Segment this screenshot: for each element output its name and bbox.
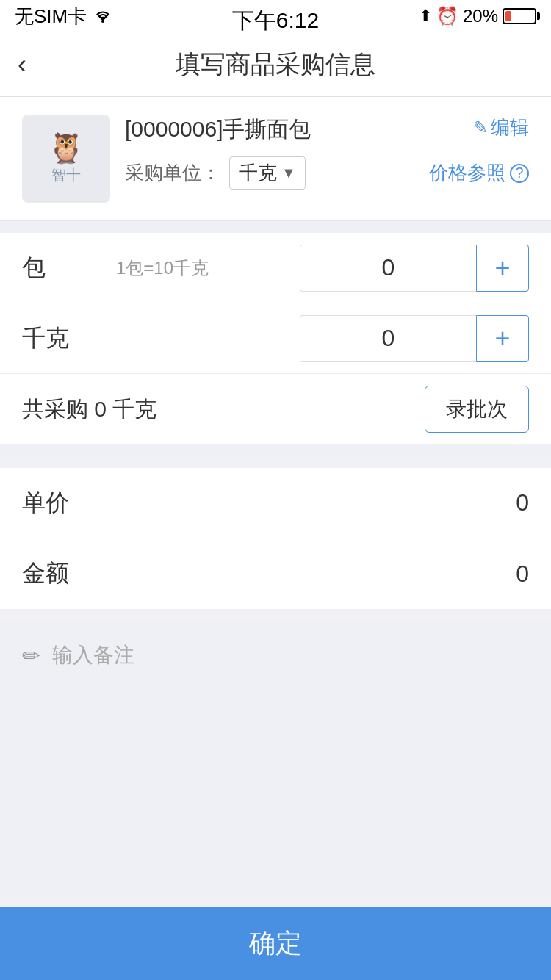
unit-value: 千克 [239, 160, 277, 186]
unit-price-value: 0 [516, 489, 529, 516]
location-icon: ⬆ [419, 7, 432, 26]
unit-select[interactable]: 千克 ▼ [229, 156, 306, 190]
summary-text: 共采购 0 千克 [22, 394, 156, 425]
edit-icon: ✎ [473, 118, 488, 138]
price-section: 单价 0 金额 0 [0, 468, 551, 609]
bag-input-row: 包 1包=10千克 + [0, 233, 551, 303]
status-bar: 无SIM卡 下午6:12 ⬆ ⏰ 20% [0, 0, 551, 32]
edit-button[interactable]: ✎ 编辑 [473, 115, 529, 140]
nav-bar: ‹ 填写商品采购信息 [0, 32, 551, 97]
separator-1 [0, 221, 551, 233]
amount-value: 0 [516, 561, 529, 588]
unit-price-label: 单价 [22, 487, 69, 519]
bag-input-right: + [300, 245, 529, 292]
svg-point-0 [101, 20, 104, 23]
battery-icon [503, 8, 536, 24]
kg-plus-button[interactable]: + [476, 315, 529, 362]
battery-percent: 20% [463, 6, 498, 26]
separator-2 [0, 444, 551, 456]
kg-input-right: + [300, 315, 529, 362]
unit-label: 采购单位： [125, 160, 220, 186]
notes-section[interactable]: ✏ 输入备注 [0, 621, 551, 690]
kg-label: 千克 [22, 323, 110, 355]
product-unit-row: 采购单位： 千克 ▼ 价格参照 ? [125, 156, 529, 190]
content-area [0, 690, 551, 896]
kg-quantity-input[interactable] [300, 315, 476, 362]
bag-sublabel: 1包=10千克 [116, 256, 209, 280]
bag-input-section: 包 1包=10千克 + 千克 + [0, 233, 551, 374]
status-right: ⬆ ⏰ 20% [419, 6, 536, 26]
summary-row: 共采购 0 千克 录批次 [0, 374, 551, 444]
amount-label: 金额 [22, 558, 69, 590]
back-button[interactable]: ‹ [18, 49, 26, 80]
page-title: 填写商品采购信息 [176, 48, 375, 82]
wifi-icon [93, 5, 113, 28]
confirm-button[interactable]: 确定 [0, 907, 551, 980]
bag-quantity-input[interactable] [300, 245, 476, 292]
question-icon: ? [510, 164, 529, 183]
bag-plus-button[interactable]: + [476, 245, 529, 292]
price-reference-button[interactable]: 价格参照 ? [429, 160, 529, 186]
chevron-down-icon: ▼ [281, 165, 296, 181]
notes-placeholder: 输入备注 [52, 641, 134, 669]
pencil-icon: ✏ [22, 643, 40, 669]
kg-input-row: 千克 + [0, 303, 551, 374]
product-logo-icon: 🦉 [48, 133, 84, 162]
product-image: 🦉 智十 [22, 115, 110, 203]
carrier-text: 无SIM卡 [15, 4, 87, 29]
status-left: 无SIM卡 [15, 4, 113, 29]
status-time: 下午6:12 [232, 6, 319, 36]
product-image-label: 智十 [51, 165, 81, 185]
product-info: [0000006]手撕面包 ✎ 编辑 采购单位： 千克 ▼ 价格参照 ? [125, 115, 529, 190]
product-card: 🦉 智十 [0000006]手撕面包 ✎ 编辑 采购单位： 千克 ▼ 价格参照 … [0, 97, 551, 221]
amount-row: 金额 0 [0, 538, 551, 609]
batch-button[interactable]: 录批次 [425, 386, 529, 433]
unit-price-row: 单价 0 [0, 468, 551, 538]
alarm-icon: ⏰ [436, 6, 458, 26]
bag-label: 包 [22, 252, 110, 284]
product-name: [0000006]手撕面包 [125, 115, 311, 145]
product-header: [0000006]手撕面包 ✎ 编辑 [125, 115, 529, 145]
